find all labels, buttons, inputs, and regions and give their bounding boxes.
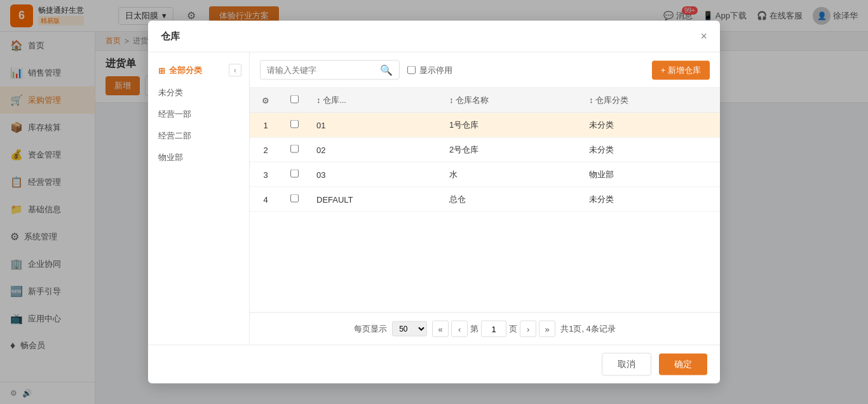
row-name: 总仓 [440, 187, 580, 212]
row-checkbox[interactable] [290, 120, 299, 128]
row-category: 未分类 [580, 137, 720, 162]
modal-body: ⊞ 全部分类 ‹ 未分类 经营一部 经营二部 物业部 🔍 [148, 53, 720, 345]
modal-header: 仓库 × [148, 21, 720, 53]
category-item-dept2[interactable]: 经营二部 [148, 125, 249, 147]
row-name: 2号仓库 [440, 137, 580, 162]
grid-icon: ⊞ [158, 65, 165, 75]
modal-close-button[interactable]: × [700, 30, 707, 43]
row-category: 未分类 [580, 187, 720, 212]
next-page-button[interactable]: › [520, 321, 536, 337]
add-warehouse-button[interactable]: + 新增仓库 [652, 60, 710, 79]
row-code: 01 [308, 112, 440, 137]
last-page-button[interactable]: » [539, 321, 555, 337]
category-item-unclassified[interactable]: 未分类 [148, 82, 249, 104]
row-name: 1号仓库 [440, 112, 580, 137]
table-row[interactable]: 1 01 1号仓库 未分类 [250, 112, 720, 137]
search-input[interactable] [267, 65, 376, 75]
table-header-row: ⚙ ↕ 仓库... ↕ 仓库名称 ↕ [250, 88, 720, 113]
disabled-checkbox-input[interactable] [407, 66, 416, 74]
row-num: 3 [250, 162, 281, 187]
content-toolbar: 🔍 显示停用 + 新增仓库 [250, 53, 720, 88]
per-page-select[interactable]: 50 20 100 [392, 321, 427, 337]
table-row[interactable]: 4 DEFAULT 总仓 未分类 [250, 187, 720, 212]
search-box: 🔍 [260, 60, 400, 80]
category-header: ⊞ 全部分类 ‹ [148, 59, 249, 82]
row-checkbox[interactable] [290, 145, 299, 153]
page-nav: « ‹ 第 页 › » [432, 321, 555, 337]
col-name: ↕ 仓库名称 [440, 88, 580, 113]
select-all-checkbox[interactable] [290, 95, 299, 104]
category-all-button[interactable]: ⊞ 全部分类 [158, 65, 202, 76]
row-code: DEFAULT [308, 187, 440, 212]
category-panel: ⊞ 全部分类 ‹ 未分类 经营一部 经营二部 物业部 [148, 53, 250, 345]
category-item-dept1[interactable]: 经营一部 [148, 104, 249, 125]
row-code: 02 [308, 137, 440, 162]
row-checkbox[interactable] [290, 170, 299, 178]
confirm-button[interactable]: 确定 [659, 354, 707, 375]
cancel-button[interactable]: 取消 [602, 353, 651, 376]
collapse-panel-button[interactable]: ‹ [229, 64, 241, 77]
search-icon[interactable]: 🔍 [380, 64, 393, 76]
row-name: 水 [440, 162, 580, 187]
content-panel: 🔍 显示停用 + 新增仓库 ⚙ [250, 53, 720, 345]
page-number-input[interactable] [481, 321, 506, 337]
category-item-property[interactable]: 物业部 [148, 147, 249, 168]
row-code: 03 [308, 162, 440, 187]
first-page-button[interactable]: « [432, 321, 449, 337]
row-num: 1 [250, 112, 281, 137]
warehouse-table: ⚙ ↕ 仓库... ↕ 仓库名称 ↕ [250, 88, 720, 313]
prev-page-button[interactable]: ‹ [451, 321, 468, 337]
modal-footer: 取消 确定 [148, 345, 720, 384]
row-category: 物业部 [580, 162, 720, 187]
table-row[interactable]: 3 03 水 物业部 [250, 162, 720, 187]
col-settings: ⚙ [250, 88, 281, 113]
row-category: 未分类 [580, 112, 720, 137]
row-num: 4 [250, 187, 281, 212]
total-label: 共1页, 4条记录 [560, 323, 616, 335]
col-checkbox [281, 88, 308, 113]
row-checkbox[interactable] [290, 194, 299, 203]
row-num: 2 [250, 137, 281, 162]
col-code: ↕ 仓库... [308, 88, 440, 113]
table-row[interactable]: 2 02 2号仓库 未分类 [250, 137, 720, 162]
col-category: ↕ 仓库分类 [580, 88, 720, 113]
pagination: 每页显示 50 20 100 « ‹ 第 页 › » 共1页, 4条记录 [250, 313, 720, 345]
show-disabled-checkbox[interactable]: 显示停用 [407, 64, 452, 76]
modal-title: 仓库 [161, 30, 180, 43]
warehouse-modal: 仓库 × ⊞ 全部分类 ‹ 未分类 经营一部 经营二部 物业部 [148, 21, 720, 384]
